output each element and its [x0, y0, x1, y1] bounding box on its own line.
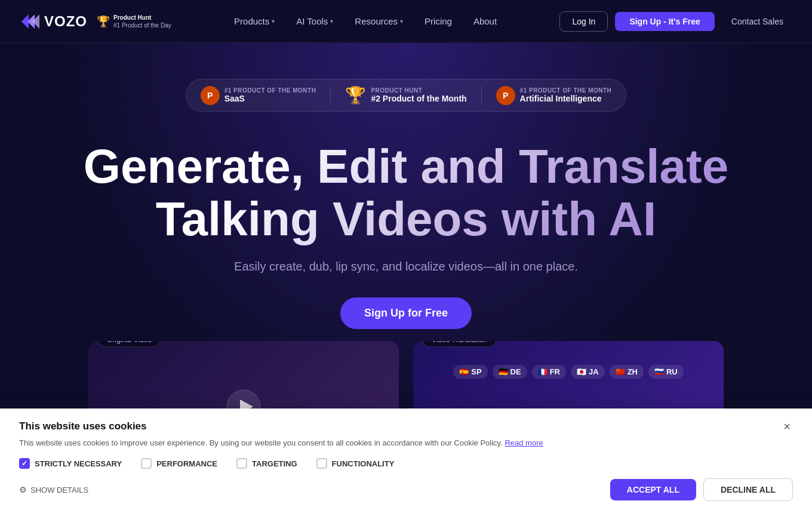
- cookie-title: This website uses cookies: [19, 420, 147, 432]
- nav-ai-tools[interactable]: AI Tools ▾: [287, 11, 343, 31]
- logo-icon: [19, 11, 41, 32]
- logo-text: VOZO: [44, 13, 87, 30]
- ph-awards-strip: P #1 PRODUCT OF THE MONTH SaaS 🏆 PRODUCT…: [186, 79, 627, 112]
- ph-divider: [330, 86, 331, 105]
- lang-zh: 🇨🇳ZH: [610, 365, 644, 379]
- original-video-badge: Original Video: [98, 341, 161, 347]
- ph-award-saas: P #1 PRODUCT OF THE MONTH SaaS: [201, 86, 316, 105]
- gear-icon: ⚙: [19, 485, 27, 494]
- translated-video-badge: Video Translation: [423, 341, 496, 347]
- navigation: VOZO 🏆 Product Hunt #1 Product of the Da…: [0, 0, 812, 43]
- contact-sales-button[interactable]: Contact Sales: [722, 12, 793, 31]
- lang-ru: 🇷🇺RU: [648, 365, 684, 379]
- ph-label-3: #1 PRODUCT OF THE MONTH: [520, 87, 612, 94]
- trophy-icon: 🏆: [97, 15, 110, 28]
- cookie-targeting: TARGETING: [236, 458, 297, 469]
- cookie-accept-button[interactable]: ACCEPT ALL: [610, 479, 696, 500]
- strictly-necessary-checkbox[interactable]: [19, 458, 30, 469]
- language-flags: 🇪🇸SP 🇩🇪DE 🇫🇷FR 🇯🇵JA 🇨🇳ZH 🇷🇺RU: [413, 341, 724, 391]
- cookie-performance: PERFORMANCE: [141, 458, 217, 469]
- cookie-decline-button[interactable]: DECLINE ALL: [703, 478, 793, 501]
- hero-subtitle: Easily create, dub, lip sync, and locali…: [227, 260, 585, 274]
- hero-title: Generate, Edit and Translate Talking Vid…: [19, 140, 793, 245]
- lang-ja: 🇯🇵JA: [571, 365, 605, 379]
- lang-de: 🇩🇪DE: [493, 365, 527, 379]
- ph-award-month: 🏆 PRODUCT HUNT #2 Product of the Month: [345, 85, 466, 105]
- ph-award-ai: P #1 PRODUCT OF THE MONTH Artificial Int…: [496, 86, 612, 105]
- chevron-down-icon: ▾: [400, 18, 403, 24]
- ph-value-2: #2 Product of the Month: [371, 94, 466, 103]
- cookie-body: This website uses cookies to improve use…: [19, 437, 556, 449]
- lang-fr: 🇫🇷FR: [532, 365, 566, 379]
- ph-badge-sub: #1 Product of the Day: [113, 21, 171, 29]
- nav-pricing[interactable]: Pricing: [415, 11, 462, 31]
- functionality-checkbox[interactable]: [316, 458, 327, 469]
- nav-actions: Log In Sign Up - It's Free Contact Sales: [559, 11, 793, 32]
- login-button[interactable]: Log In: [559, 11, 608, 32]
- nav-resources[interactable]: Resources ▾: [345, 11, 413, 31]
- chevron-down-icon: ▾: [272, 18, 275, 24]
- ph-divider-2: [481, 86, 482, 105]
- signup-button[interactable]: Sign Up - It's Free: [615, 12, 714, 31]
- cookie-banner: This website uses cookies × This website…: [0, 408, 812, 514]
- cookie-options: STRICTLY NECESSARY PERFORMANCE TARGETING…: [19, 458, 793, 469]
- cookie-show-details-button[interactable]: ⚙ SHOW DETAILS: [19, 485, 88, 494]
- lang-sp: 🇪🇸SP: [453, 365, 487, 379]
- cookie-functionality: FUNCTIONALITY: [316, 458, 395, 469]
- cookie-close-button[interactable]: ×: [781, 420, 793, 432]
- ph-p-icon-2: P: [496, 86, 515, 105]
- logo[interactable]: VOZO: [19, 11, 87, 32]
- ph-trophy-center-icon: 🏆: [345, 85, 366, 105]
- performance-checkbox[interactable]: [141, 458, 152, 469]
- ph-label-2: PRODUCT HUNT: [371, 87, 466, 94]
- nav-links: Products ▾ AI Tools ▾ Resources ▾ Pricin…: [224, 11, 506, 31]
- hero-cta-button[interactable]: Sign Up for Free: [340, 297, 472, 329]
- ph-badge: 🏆 Product Hunt #1 Product of the Day: [97, 14, 171, 29]
- cookie-strictly-necessary: STRICTLY NECESSARY: [19, 458, 122, 469]
- cookie-read-more-link[interactable]: Read more: [505, 438, 543, 447]
- ph-badge-label: Product Hunt: [113, 14, 171, 21]
- cookie-action-buttons: ACCEPT ALL DECLINE ALL: [610, 478, 793, 501]
- nav-products[interactable]: Products ▾: [224, 11, 284, 31]
- nav-about[interactable]: About: [464, 11, 506, 31]
- chevron-down-icon: ▾: [330, 18, 333, 24]
- ph-p-icon: P: [201, 86, 220, 105]
- ph-value-3: Artificial Intelligence: [520, 94, 612, 103]
- ph-value-1: SaaS: [224, 94, 316, 103]
- ph-label-1: #1 PRODUCT OF THE MONTH: [224, 87, 316, 94]
- targeting-checkbox[interactable]: [236, 458, 247, 469]
